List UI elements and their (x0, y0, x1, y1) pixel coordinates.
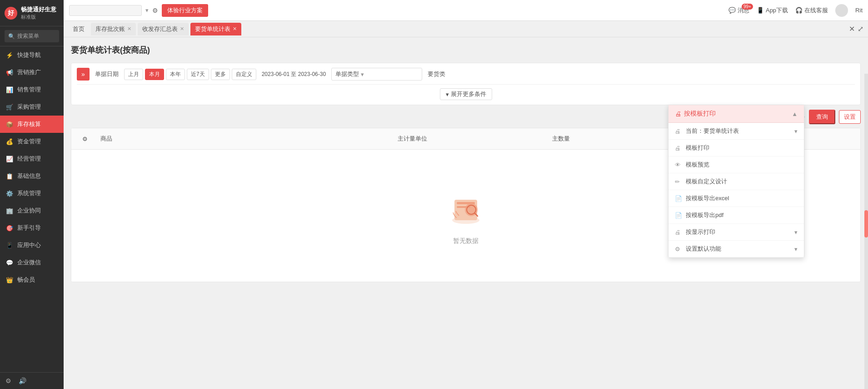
filter-expand-row: ▾ 展开更多条件 (77, 84, 855, 100)
print-dropdown: 🖨 按模板打印 ▲ 🖨 当前：要货单统计表 ▾ 🖨 模板打印 👁 模板预览 ✏ (668, 105, 804, 258)
window-maximize-btn[interactable]: ⤢ (858, 25, 863, 33)
sales-icon: 📊 (5, 86, 14, 94)
sidebar-item-guide[interactable]: 🎯 新手引导 (0, 219, 64, 237)
sidebar-item-purchase[interactable]: 🛒 采购管理 (0, 98, 64, 116)
date-btn-7days[interactable]: 近7天 (187, 69, 209, 80)
marketing-icon: 📢 (5, 68, 14, 76)
sidebar-item-enterprise[interactable]: 🏢 企业协同 (0, 202, 64, 219)
sidebar-item-wecom[interactable]: 💬 企业微信 (0, 254, 64, 271)
notification-icon: 💬 (728, 7, 736, 14)
app-logo-text: 畅捷通好生意 标准版 (21, 5, 56, 20)
scrollbar-thumb[interactable] (864, 210, 868, 237)
date-btn-this-month[interactable]: 本月 (145, 69, 164, 80)
current-template-icon: 🖨 (675, 128, 682, 135)
dropdown-template-preview[interactable]: 👁 模板预览 (668, 157, 804, 173)
app-version: 标准版 (21, 14, 56, 20)
sidebar-footer: ⚙ 🔊 (0, 372, 64, 389)
sidebar-logo: 好 畅捷通好生意 标准版 (0, 0, 64, 26)
display-print-icon: 🖨 (675, 229, 682, 236)
sidebar-search-area: 🔍 搜索菜单 (0, 26, 64, 46)
sidebar-item-inventory[interactable]: 📦 库存核算 (0, 116, 64, 133)
filter-row: » 单据日期 上月 本月 本年 近7天 更多 自定义 2023-06-01 至 … (77, 68, 855, 81)
tab-close-receipt-summary[interactable]: ✕ (180, 26, 184, 32)
topbar-chevron-icon[interactable]: ▾ (145, 7, 149, 14)
query-btn[interactable]: 查询 (809, 110, 835, 124)
date-range-display: 2023-06-01 至 2023-06-30 (262, 71, 326, 78)
date-group: 上月 本月 本年 近7天 更多 自定义 (124, 69, 256, 80)
member-icon: 👑 (5, 276, 14, 284)
date-btn-more[interactable]: 更多 (211, 69, 230, 80)
date-btn-custom[interactable]: 自定义 (232, 69, 256, 80)
tab-receipt-summary[interactable]: 收发存汇总表 ✕ (138, 23, 189, 35)
filter-expand-icon[interactable]: » (77, 68, 90, 81)
dropdown-template-print[interactable]: 🖨 模板打印 (668, 140, 804, 157)
sidebar-item-finance[interactable]: 💰 资金管理 (0, 133, 64, 150)
dropdown-template-export-pdf[interactable]: 📄 按模板导出pdf (668, 207, 804, 224)
display-print-arrow: ▾ (794, 229, 798, 236)
dropdown-set-default[interactable]: ⚙ 设置默认功能 ▾ (668, 241, 804, 258)
expand-more-btn[interactable]: ▾ 展开更多条件 (440, 88, 492, 100)
system-icon: ⚙️ (5, 189, 14, 197)
trial-btn[interactable]: 体验行业方案 (162, 4, 208, 17)
tab-close-order-stats[interactable]: ✕ (233, 26, 237, 32)
sidebar-item-system[interactable]: ⚙️ 系统管理 (0, 185, 64, 202)
app-download-btn[interactable]: 📱 App下载 (757, 6, 788, 15)
tab-home[interactable]: 首页 (68, 23, 89, 35)
speaker-footer-icon[interactable]: 🔊 (19, 377, 26, 384)
username-label[interactable]: Rit (855, 7, 863, 14)
guide-icon: 🎯 (5, 224, 14, 232)
type-filter-chevron: ▾ (361, 71, 364, 78)
date-btn-last-month[interactable]: 上月 (124, 69, 143, 80)
sidebar-item-sales[interactable]: 📊 销售管理 (0, 81, 64, 98)
tabbar: 首页 库存批次账 ✕ 收发存汇总表 ✕ 要货单统计表 ✕ ✕ ⤢ (64, 21, 868, 37)
sidebar-item-member[interactable]: 👑 畅会员 (0, 271, 64, 288)
user-avatar[interactable] (835, 4, 848, 17)
th-unit: 主计量单位 (392, 132, 546, 146)
date-btn-this-year[interactable]: 本年 (166, 69, 185, 80)
set-default-icon: ⚙ (675, 246, 682, 253)
main-area: ▾ ⚙ 体验行业方案 💬 消息 99+ 📱 App下载 🎧 在线客服 Rit 首… (64, 0, 868, 389)
settings-footer-icon[interactable]: ⚙ (5, 377, 11, 384)
sidebar-item-operation[interactable]: 📈 经营管理 (0, 150, 64, 167)
notification-btn[interactable]: 💬 消息 99+ (728, 6, 749, 15)
online-service-btn[interactable]: 🎧 在线客服 (795, 6, 828, 15)
print-header-icon: 🖨 (675, 110, 681, 117)
topbar-gear-icon[interactable]: ⚙ (152, 7, 158, 14)
tab-inventory-batch[interactable]: 库存批次账 ✕ (91, 23, 136, 35)
template-design-icon: ✏ (675, 178, 682, 185)
dropdown-header: 🖨 按模板打印 ▲ (668, 105, 804, 123)
sidebar-search-button[interactable]: 🔍 搜索菜单 (5, 30, 59, 42)
dropdown-display-print[interactable]: 🖨 按显示打印 ▾ (668, 224, 804, 241)
sidebar-item-marketing[interactable]: 📢 营销推广 (0, 64, 64, 81)
basic-icon: 📋 (5, 172, 14, 180)
tab-order-stats[interactable]: 要货单统计表 ✕ (190, 23, 241, 35)
search-icon: 🔍 (8, 33, 15, 40)
expand-icon: ▾ (446, 91, 449, 98)
dropdown-collapse-btn[interactable]: ▲ (792, 111, 798, 117)
app-center-icon: 📱 (5, 241, 14, 249)
dropdown-current-template[interactable]: 🖨 当前：要货单统计表 ▾ (668, 123, 804, 140)
dropdown-template-design[interactable]: ✏ 模板自定义设计 (668, 173, 804, 190)
service-icon: 🎧 (795, 7, 803, 14)
sidebar-nav: ⚡ 快捷导航 📢 营销推广 📊 销售管理 🛒 采购管理 📦 库存核算 💰 资金管… (0, 46, 64, 372)
sidebar-item-quick-nav[interactable]: ⚡ 快捷导航 (0, 46, 64, 64)
sidebar-item-app-center[interactable]: 📱 应用中心 (0, 237, 64, 254)
dropdown-template-export-excel[interactable]: 📄 按模板导出excel (668, 190, 804, 207)
export-pdf-icon: 📄 (675, 212, 682, 219)
sidebar-item-basic[interactable]: 📋 基础信息 (0, 167, 64, 185)
window-close-btn[interactable]: ✕ (849, 25, 855, 33)
settings-btn[interactable]: 设置 (839, 110, 861, 124)
topbar-search-input[interactable] (69, 5, 142, 16)
wecom-icon: 💬 (5, 258, 14, 267)
tab-close-inventory-batch[interactable]: ✕ (127, 26, 131, 32)
th-icon: ⚙ (77, 133, 95, 145)
notification-badge: 99+ (742, 4, 753, 10)
enterprise-icon: 🏢 (5, 207, 14, 215)
right-scrollbar[interactable] (864, 74, 868, 389)
operation-icon: 📈 (5, 155, 14, 163)
window-buttons: ✕ ⤢ (849, 25, 863, 33)
type-filter-select[interactable]: 单据类型 ▾ (331, 68, 422, 81)
current-template-arrow: ▾ (794, 128, 798, 135)
app-download-icon: 📱 (757, 7, 764, 14)
quick-nav-icon: ⚡ (5, 51, 14, 59)
